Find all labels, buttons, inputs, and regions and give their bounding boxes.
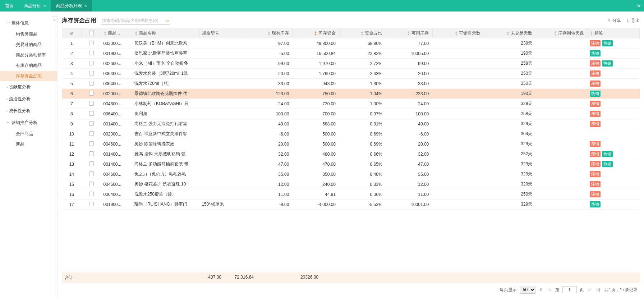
close-icon[interactable]: ✕ [43,4,46,8]
sidebar-group[interactable]: ›流通性分析 [0,93,57,105]
sidebar-group[interactable]: ›成长性分析 [0,105,57,117]
table-row[interactable]: 5006400...洗发水720ml（瓶）33.00943.091.30%33.… [62,79,640,89]
row-checkbox[interactable] [89,101,94,106]
row-checkbox[interactable] [89,121,94,126]
col-noTrade[interactable]: ▲▼未交易天数 [484,28,536,38]
next-page-button[interactable]: > [587,287,592,292]
page-title: 库存资金占用 [62,17,96,24]
prev-page-button[interactable]: < [547,287,552,292]
sidebar-item[interactable]: 交易过的商品 [0,40,57,50]
row-checkbox[interactable] [89,131,94,136]
export-button[interactable]: ⤓导出 [626,18,640,24]
table-row[interactable]: 11004600...奥妙 除菌除螨洗衣液20.00500.000.69%20.… [62,139,640,149]
gear-icon[interactable]: ⚙ [70,31,74,36]
col-fund[interactable]: ▲▼库存资金 [293,28,339,38]
chevron-down-icon: ﹀ [6,21,10,26]
sidebar-item[interactable]: 销售类商品 [0,29,57,40]
first-page-button[interactable]: K [538,287,544,292]
col-stock[interactable]: ▲▼现有库存 [246,28,293,38]
export-icon: ⤓ [626,18,630,23]
row-checkbox[interactable] [89,161,94,166]
tag-hot: 热销 [602,161,613,167]
totals-row: 合计:437.0072,316.8420326.00 [62,272,640,283]
table-row[interactable]: 17001900...瑞尚（RUISHANG）卧室门150*40厘米-8.00-… [62,200,640,210]
row-checkbox[interactable] [89,192,94,196]
row-checkbox[interactable] [89,171,94,176]
sidebar-item[interactable]: 商品分类动销率 [0,50,57,60]
share-button[interactable]: ⇪分享 [607,18,621,24]
row-checkbox[interactable] [89,41,94,45]
row-checkbox[interactable] [89,61,94,65]
last-page-button[interactable]: >| [595,287,602,292]
search-icon[interactable]: ⌕ [166,18,169,23]
col-code[interactable]: ▲▼商品... [101,28,132,38]
row-checkbox[interactable] [89,81,94,86]
tag-hot: 热销 [602,60,613,67]
sort-icon: ▲▼ [134,31,138,36]
table-row[interactable]: 12001400...雅高 挂钩 无痕透明粘钩 强32.00480.000.66… [62,149,640,159]
tag-slow: 滞销 [590,181,601,187]
table-row[interactable]: 13001400...尚格兰 多功能马桶刷套装 带47.00470.000.65… [62,159,640,169]
tab-首页[interactable]: 首页 [0,0,19,12]
sort-icon: ▲▼ [407,31,410,36]
row-checkbox[interactable] [89,91,94,96]
row-checkbox[interactable] [89,141,94,146]
collapse-sidebar-button[interactable]: « [52,17,58,22]
table-row[interactable]: 15004600...奥妙 樱花柔护 洗衣凝珠 1012.00240.000.3… [62,179,640,189]
table-row[interactable]: 16006400...洗发水250蜜兰（袋）11.0044.910.06%11.… [62,189,640,200]
tag-slow: 滞销 [590,191,601,197]
sidebar-group[interactable]: ﹀营销推广分析 [0,117,57,129]
sidebar-group[interactable]: ›贡献度分析 [0,81,57,93]
sort-icon: ▲▼ [554,31,557,36]
table-row[interactable]: 10002000...吉百 禅意新中式玄关摆件客-6.00500.000.69%… [62,129,640,139]
close-icon[interactable]: ✕ [637,3,641,9]
row-checkbox[interactable] [89,111,94,116]
row-checkbox[interactable] [89,71,94,75]
col-avail[interactable]: ▲▼可用库存 [386,28,433,38]
close-icon[interactable]: ✕ [84,4,87,8]
tag-hot: 热销 [590,91,601,97]
checkbox-all[interactable] [89,31,94,35]
tag-slow: 滞销 [590,161,601,167]
sidebar-item[interactable]: 库存资金占用 [0,71,57,81]
table-row[interactable]: 6002000...景德镇北欧陶瓷花瓶摆件 优-123.00750.001.04… [62,89,640,99]
table-row[interactable]: 14004600...兔之力（兔の力）粘毛器粘35.00350.000.48%3… [62,169,640,179]
per-page-select[interactable]: 50 [520,286,535,294]
col-saleDays[interactable]: ▲▼可销售天数 [432,28,484,38]
col-tags[interactable]: ▲▼标签 [588,28,639,38]
col-chk [82,28,101,38]
sort-icon: ▲▼ [590,31,593,36]
tab-商品分析列表[interactable]: 商品分析列表✕ [51,0,92,12]
col-name[interactable]: ▲▼商品名称 [132,28,199,38]
table-row[interactable]: 1002000...贝汉美（BHM）创意北欧风97.0049,800.0068.… [62,38,640,49]
sort-icon: ▲▼ [314,31,317,36]
table-row[interactable]: 8006400...奥利奥100.00700.000.97%100.00258天… [62,109,640,119]
row-checkbox[interactable] [89,51,94,55]
col-turnover[interactable]: ▲▼库存周转天数 [536,28,588,38]
page-input[interactable] [562,286,577,293]
table-row[interactable]: 9001400...尚格兰 强力无痕免打孔浴室49.00588.000.81%4… [62,119,640,129]
tab-商品分析[interactable]: 商品分析✕ [19,0,51,12]
col-pct[interactable]: ▲▼资金占比 [339,28,386,38]
table-row[interactable]: 2001900...倍思家 北欧客厅装饰画卧室-5.0016,500.8422.… [62,49,640,59]
table-row[interactable]: 7004600...小林制药（KOBAYASHI）日24.00720.001.0… [62,99,640,109]
tag-slow: 滞销 [590,111,601,117]
tag-slow: 滞销 [590,81,601,87]
row-checkbox[interactable] [89,182,94,186]
tag-slow: 滞销 [590,70,601,77]
sidebar-item[interactable]: 全部商品 [0,129,57,139]
tag-hot: 热销 [590,50,601,56]
sidebar-item[interactable]: 有库存的商品 [0,60,57,71]
row-checkbox[interactable] [89,151,94,156]
sidebar-item[interactable]: 新品 [0,139,57,150]
chevron-right-icon: › [6,109,8,113]
table-row[interactable]: 3002600...小米（MI）雨伞 全自动折叠99.001,970.002.7… [62,59,640,69]
sort-icon: ▲▼ [455,31,458,36]
search-input[interactable] [101,17,170,25]
sidebar-group[interactable]: ﹀整体信息 [0,17,57,29]
tag-slow: 滞销 [590,151,601,157]
row-checkbox[interactable] [89,202,94,206]
chevron-right-icon: › [6,85,8,89]
table-row[interactable]: 4006400...洗发水套装（3瓶720ml+1洗20.001,760.002… [62,69,640,79]
tag-hot: 热销 [602,40,613,46]
